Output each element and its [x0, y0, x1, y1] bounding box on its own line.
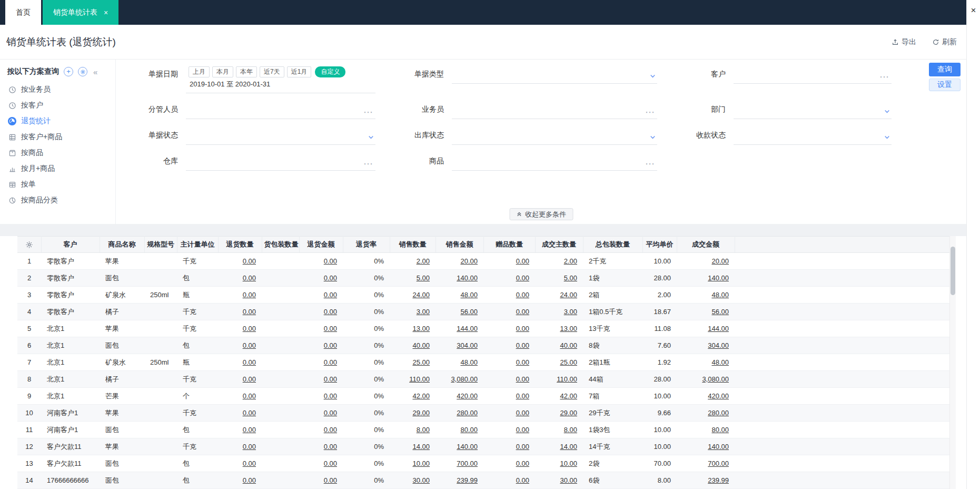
cell-value-link[interactable]: 0.00: [324, 274, 337, 282]
cell-value-link[interactable]: 0.00: [324, 291, 337, 299]
cell-value-link[interactable]: 0.00: [243, 358, 256, 366]
column-header[interactable]: 成交金额: [677, 237, 735, 253]
table-row[interactable]: 7北京1矿泉水250ml瓶0.000.000%25.0048.000.0025.…: [17, 354, 956, 371]
tab-sales-report[interactable]: 销货单统计表 ×: [43, 0, 118, 25]
cell-value-link[interactable]: 30.00: [412, 476, 430, 484]
cell-value-link[interactable]: 304.00: [708, 341, 729, 349]
cell-value-link[interactable]: 80.00: [711, 426, 729, 434]
cell-value-link[interactable]: 0.00: [243, 308, 256, 316]
column-header[interactable]: 商品名称: [100, 237, 144, 253]
cell-value-link[interactable]: 24.00: [412, 291, 430, 299]
cell-value-link[interactable]: 110.00: [409, 375, 430, 383]
sidebar-item[interactable]: 按商品: [0, 145, 115, 161]
export-button[interactable]: 导出: [892, 37, 916, 47]
warehouse-field[interactable]: ⋯: [186, 152, 375, 171]
tab-home[interactable]: 首页: [5, 0, 41, 25]
cell-value-link[interactable]: 0.00: [324, 358, 337, 366]
column-header[interactable]: 退货率: [343, 237, 390, 253]
column-header[interactable]: 成交主数量: [535, 237, 583, 253]
cell-value-link[interactable]: 48.00: [711, 358, 729, 366]
cell-value-link[interactable]: 280.00: [457, 409, 478, 417]
cell-value-link[interactable]: 0.00: [516, 476, 529, 484]
date-range-value[interactable]: 2019-10-01 至 2020-01-31: [186, 80, 375, 93]
cell-value-link[interactable]: 700.00: [708, 459, 729, 467]
cell-value-link[interactable]: 280.00: [708, 409, 729, 417]
cell-value-link[interactable]: 239.99: [457, 476, 478, 484]
doc-date-field[interactable]: 上月本月本年近7天近1月自定义2019-10-01 至 2020-01-31: [186, 65, 375, 93]
cell-value-link[interactable]: 0.00: [516, 308, 529, 316]
column-header[interactable]: 总包装数量: [583, 237, 642, 253]
table-row[interactable]: 8北京1橘子千克0.000.000%110.003,080.000.00110.…: [17, 371, 956, 388]
cell-value-link[interactable]: 56.00: [711, 308, 729, 316]
cell-value-link[interactable]: 29.00: [560, 409, 577, 417]
cell-value-link[interactable]: 0.00: [516, 257, 529, 265]
cell-value-link[interactable]: 2.00: [417, 257, 430, 265]
cell-value-link[interactable]: 8.00: [417, 426, 430, 434]
cell-value-link[interactable]: 5.00: [564, 274, 577, 282]
table-row[interactable]: 13客户欠款11面包包0.000.000%10.00700.000.0010.0…: [17, 455, 956, 472]
column-settings-cell[interactable]: [17, 237, 41, 253]
cell-value-link[interactable]: 0.00: [324, 325, 337, 332]
cell-value-link[interactable]: 42.00: [412, 392, 430, 400]
cell-value-link[interactable]: 0.00: [243, 409, 256, 417]
cell-value-link[interactable]: 0.00: [243, 325, 256, 332]
cell-value-link[interactable]: 420.00: [708, 392, 729, 400]
cell-value-link[interactable]: 700.00: [457, 459, 478, 467]
cell-value-link[interactable]: 3.00: [417, 308, 430, 316]
cell-value-link[interactable]: 0.00: [243, 426, 256, 434]
cell-value-link[interactable]: 10.00: [412, 459, 430, 467]
cell-value-link[interactable]: 48.00: [711, 291, 729, 299]
cell-value-link[interactable]: 144.00: [708, 325, 729, 332]
sidebar-item[interactable]: 退货统计: [0, 113, 115, 129]
cell-value-link[interactable]: 140.00: [457, 443, 478, 451]
sidebar-item[interactable]: 按商品分类: [0, 192, 115, 208]
cell-value-link[interactable]: 239.99: [708, 476, 729, 484]
date-custom-badge[interactable]: 自定义: [315, 66, 345, 77]
outbound-status-field[interactable]: [452, 126, 657, 145]
payment-status-field[interactable]: [734, 126, 892, 145]
cell-value-link[interactable]: 0.00: [516, 426, 529, 434]
cell-value-link[interactable]: 0.00: [516, 375, 529, 383]
cell-value-link[interactable]: 0.00: [324, 426, 337, 434]
column-header[interactable]: 规格型号: [144, 237, 177, 253]
cell-value-link[interactable]: 48.00: [460, 291, 478, 299]
column-header[interactable]: 平均单价: [642, 237, 677, 253]
cell-value-link[interactable]: 48.00: [460, 358, 478, 366]
cell-value-link[interactable]: 0.00: [243, 341, 256, 349]
cell-value-link[interactable]: 0.00: [243, 274, 256, 282]
column-header[interactable]: 销售金额: [435, 237, 483, 253]
date-quick-button[interactable]: 本月: [212, 66, 233, 77]
column-header[interactable]: 销售数量: [390, 237, 435, 253]
cell-value-link[interactable]: 2.00: [564, 257, 577, 265]
cell-value-link[interactable]: 0.00: [243, 476, 256, 484]
table-row[interactable]: 3零散客户矿泉水250ml瓶0.000.000%24.0048.000.0024…: [17, 287, 956, 304]
cell-value-link[interactable]: 25.00: [560, 358, 577, 366]
cell-value-link[interactable]: 13.00: [560, 325, 577, 332]
cell-value-link[interactable]: 420.00: [457, 392, 478, 400]
cell-value-link[interactable]: 20.00: [711, 257, 729, 265]
cell-value-link[interactable]: 0.00: [516, 325, 529, 332]
cell-value-link[interactable]: 0.00: [324, 375, 337, 383]
vertical-scrollbar[interactable]: [949, 236, 956, 489]
date-quick-button[interactable]: 本年: [236, 66, 257, 77]
column-header[interactable]: 退货金额: [299, 237, 343, 253]
column-header[interactable]: 主计量单位: [177, 237, 218, 253]
department-field[interactable]: [734, 100, 892, 119]
cell-value-link[interactable]: 0.00: [516, 291, 529, 299]
date-quick-button[interactable]: 近1月: [287, 66, 312, 77]
cell-value-link[interactable]: 30.00: [560, 476, 577, 484]
refresh-button[interactable]: 刷新: [932, 37, 957, 47]
cell-value-link[interactable]: 29.00: [412, 409, 430, 417]
cell-value-link[interactable]: 0.00: [516, 274, 529, 282]
cell-value-link[interactable]: 304.00: [457, 341, 478, 349]
doc-type-field[interactable]: [452, 65, 657, 84]
table-row[interactable]: 9北京1芒果个0.000.000%42.00420.000.0042.007箱1…: [17, 388, 956, 405]
table-row[interactable]: 11河南客户1面包包0.000.000%8.0080.000.008.001袋3…: [17, 422, 956, 438]
cell-value-link[interactable]: 0.00: [324, 409, 337, 417]
cell-value-link[interactable]: 0.00: [324, 443, 337, 451]
cell-value-link[interactable]: 0.00: [324, 341, 337, 349]
table-row[interactable]: 10河南客户1苹果千克0.000.000%29.00280.000.0029.0…: [17, 405, 956, 422]
cell-value-link[interactable]: 0.00: [243, 459, 256, 467]
cell-value-link[interactable]: 56.00: [460, 308, 478, 316]
cell-value-link[interactable]: 13.00: [412, 325, 430, 332]
